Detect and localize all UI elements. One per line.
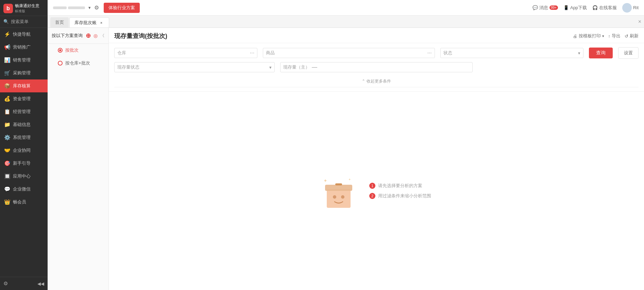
tab-home[interactable]: 首页 [50,17,69,28]
warehouse-input[interactable]: 仓库 [115,48,247,58]
export-label: 导出 [612,33,621,39]
user-name: Rit [633,5,639,10]
newbie-icon: 🎯 [4,160,10,166]
refresh-btn[interactable]: ↺ 刷新 [625,33,639,39]
sidebar: b 畅康通好生意 标准版 🔍 搜索菜单 ⚡ 快捷导航 📢 营销推广 📊 销售管理… [0,0,48,290]
status-field: 状态 ▾ [440,48,583,58]
wechat-icon: 💬 [4,186,10,192]
filter-add-btn[interactable]: ⊕ [86,32,91,39]
sidebar-item-enterprise[interactable]: 🤝 企业协同 [0,144,48,157]
status-label: 状态 [443,50,452,55]
app-version: 标准版 [15,9,39,14]
stock-status-input[interactable]: 现存量状态 [115,62,267,72]
user-avatar-btn[interactable]: Rit [622,3,639,13]
enterprise-icon: 🤝 [4,147,10,153]
phone-icon: 📱 [563,5,569,10]
filter-item-label: 按批次 [65,47,79,53]
tab-close-btn[interactable]: × [99,20,104,25]
svg-rect-1 [325,185,352,191]
filter-radio-by-batch [58,48,63,53]
empty-state: ✦ ✦ 1 请先选择要分析的方案 2 用过滤条件来缩小分析范围 [109,92,644,290]
print-icon: 🖨 [573,34,577,39]
filter-collapse-btn[interactable]: 《 [100,33,104,39]
sidebar-header: b 畅康通好生意 标准版 [0,0,48,16]
topbar-settings-btn[interactable]: ⚙ [94,4,99,11]
sidebar-item-operations[interactable]: 📋 经营管理 [0,105,48,118]
print-btn[interactable]: 🖨 按模板打印 ▾ [573,33,604,39]
sidebar-item-finance[interactable]: 💰 资金管理 [0,92,48,105]
sidebar-item-system[interactable]: ⚙️ 系统管理 [0,131,48,144]
status-input[interactable]: 状态 [441,48,575,58]
empty-svg: ✦ ✦ [322,174,356,211]
filter-item-by-batch[interactable]: 按批次 [48,44,108,57]
sidebar-item-marketing[interactable]: 📢 营销推广 [0,41,48,54]
sidebar-item-label: 营销推广 [13,44,31,50]
filter-row-2: 现存量状态 ▾ 现存量（主） — [114,62,639,72]
sidebar-item-label: 销售管理 [13,57,31,63]
online-support-btn[interactable]: 🎧 在线客服 [592,5,617,11]
sidebar-item-wechat[interactable]: 💬 企业微信 [0,183,48,196]
filter-settings-btn[interactable]: ◎ [94,33,98,38]
sidebar-item-newbie[interactable]: 🎯 新手引导 [0,157,48,170]
content-area: 按以下方案查询 ⊕ ◎ 《 按批次 按仓库+批次 现存量查询(按批次) [48,28,644,290]
product-more-icon[interactable]: ··· [424,48,434,58]
sidebar-item-sales[interactable]: 📊 销售管理 [0,54,48,67]
filter-panel-title: 按以下方案查询 [52,33,83,39]
search-icon: 🔍 [3,19,9,24]
sidebar-item-purchase[interactable]: 🛒 采购管理 [0,67,48,79]
sidebar-settings-icon[interactable]: ⚙ [3,280,8,287]
stock-status-dropdown-icon[interactable]: ▾ [267,63,274,72]
finance-icon: 💰 [4,96,10,102]
query-button[interactable]: 查询 [589,48,613,58]
sidebar-search[interactable]: 🔍 搜索菜单 [0,16,48,28]
empty-illustration: ✦ ✦ [322,174,356,208]
svg-rect-4 [335,183,342,185]
sidebar-item-inventory[interactable]: 📦 库存核算 [0,79,48,92]
tip-text-2: 用过滤条件来缩小分析范围 [378,193,431,199]
collapse-bar[interactable]: ⌃ 收起更多条件 [114,76,639,87]
filter-radio-by-warehouse-batch [58,61,63,66]
operations-icon: 📋 [4,109,10,115]
status-dropdown-icon[interactable]: ▾ [575,49,583,57]
sidebar-item-label: 资金管理 [13,96,31,102]
svg-text:✦: ✦ [348,178,351,181]
svg-text:✦: ✦ [323,178,327,183]
inventory-icon: 📦 [4,83,10,89]
trial-industry-btn[interactable]: 体验行业方案 [104,3,140,13]
svg-point-2 [333,195,336,199]
product-label: 商品 [266,50,275,55]
sidebar-item-quick-nav[interactable]: ⚡ 快捷导航 [0,28,48,41]
sidebar-item-basic[interactable]: 📁 基础信息 [0,118,48,131]
sidebar-item-member[interactable]: 👑 畅会员 [0,196,48,209]
tab-batch-inventory[interactable]: 库存批次账 × [69,17,109,28]
marketing-icon: 📢 [4,44,10,50]
sidebar-item-apps[interactable]: 🔲 应用中心 [0,170,48,183]
print-dropdown-icon[interactable]: ▾ [602,34,604,38]
app-download-btn[interactable]: 📱 App下载 [563,5,587,11]
collapse-label: ⌃ 收起更多条件 [362,79,391,84]
product-input[interactable]: 商品 [263,48,424,58]
stock-qty-label: 现存量（主） [283,64,310,70]
sidebar-collapse-icon[interactable]: ◀◀ [37,281,44,286]
topbar-dropdown-btn[interactable]: ▾ [88,5,91,10]
messages-btn[interactable]: 💬 消息 99+ [532,5,558,11]
filter-panel-actions: ⊕ ◎ 《 [86,32,104,39]
sidebar-item-label: 系统管理 [13,134,31,141]
filter-item-by-warehouse-batch[interactable]: 按仓库+批次 [48,57,108,70]
filter-item-label: 按仓库+批次 [65,60,90,66]
filter-panel-header: 按以下方案查询 ⊕ ◎ 《 [48,28,108,44]
main-area: ▾ ⚙ 体验行业方案 💬 消息 99+ 📱 App下载 🎧 在线客服 Rit [48,0,644,290]
tab-close-icon[interactable]: × [638,19,641,25]
warehouse-more-icon[interactable]: ··· [247,48,257,58]
sidebar-item-label: 畅会员 [13,199,26,205]
quick-nav-icon: ⚡ [4,31,10,37]
settings-button[interactable]: 设置 [618,47,639,59]
system-icon: ⚙️ [4,134,10,141]
sidebar-item-label: 经营管理 [13,109,31,115]
sidebar-item-label: 应用中心 [13,173,31,179]
export-btn[interactable]: ↑ 导出 [608,33,621,39]
app-title-block: 畅康通好生意 标准版 [15,3,39,14]
app-logo: b [3,4,13,13]
sidebar-item-label: 企业协同 [13,147,31,153]
page-header-actions: 🖨 按模板打印 ▾ ↑ 导出 ↺ 刷新 [573,33,639,39]
